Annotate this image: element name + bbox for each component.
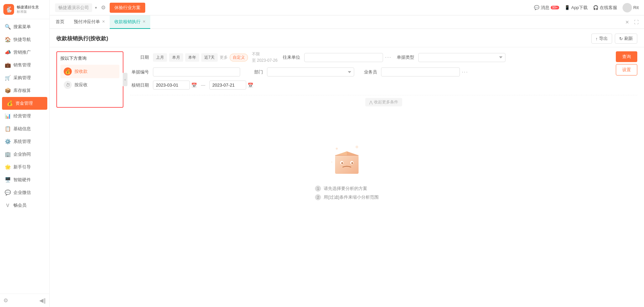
main-area: 畅捷通演示公司 ▾ ⚙ 休验行业方案 💬 消息 99+ 📱 App下载 🎧 在线… <box>50 0 644 307</box>
verify-date-to-input[interactable] <box>209 81 246 90</box>
tab-receivable[interactable]: 收款核销执行 ✕ <box>110 15 150 29</box>
page-actions: ↑ 导出 ↻ 刷新 <box>591 34 638 44</box>
svg-point-9 <box>356 146 358 148</box>
svg-point-7 <box>352 162 353 164</box>
dept-select[interactable] <box>267 67 354 76</box>
receipt-option-label: 按收款 <box>74 68 88 74</box>
date-custom-badge[interactable]: 自定义 <box>230 54 248 61</box>
date-btn-this-year[interactable]: 本年 <box>185 53 199 62</box>
svg-marker-2 <box>347 151 359 155</box>
date-btn-this-month[interactable]: 本月 <box>169 53 183 62</box>
doc-type-label: 单据类型 <box>395 54 414 60</box>
sidebar-item-purchase[interactable]: 🛒 采购管理 <box>0 71 49 84</box>
sidebar-item-corp[interactable]: 🏢 企业协同 <box>0 148 49 161</box>
sidebar-item-basic[interactable]: 📋 基础信息 <box>0 122 49 135</box>
filter-settings-btn[interactable]: 设置 <box>616 64 637 75</box>
tab-home[interactable]: 首页 <box>51 15 69 29</box>
date-label: 日期 <box>130 54 149 60</box>
doc-no-input[interactable] <box>153 67 240 76</box>
tab-prepayment-label: 预付冲应付单 <box>74 19 100 25</box>
company-name[interactable]: 畅捷通演示公司 <box>55 3 92 12</box>
tabbar-actions: ✕ ⛶ <box>624 18 643 26</box>
collapse-chevron-icon: ⋀ <box>369 100 373 105</box>
sidebar-item-guide[interactable]: 🌟 新手引导 <box>0 161 49 173</box>
verify-date-separator: — <box>201 83 205 88</box>
tab-receivable-label: 收款核销执行 <box>114 19 141 25</box>
tabbar: 首页 预付冲应付单 ✕ 收款核销执行 ✕ ✕ ⛶ <box>50 15 644 29</box>
counterpart-input[interactable] <box>304 53 383 62</box>
sidebar-item-wechat[interactable]: 💬 企业微信 <box>0 186 49 199</box>
date-limit-group: 不限 至 2023-07-26 <box>252 51 278 63</box>
company-dropdown-icon[interactable]: ▾ <box>95 5 97 10</box>
date-btn-last-month[interactable]: 上月 <box>153 53 167 62</box>
receivable-option-label: 按应收 <box>74 82 88 88</box>
guide-icon: 🌟 <box>5 164 11 170</box>
sidebar-label-purchase: 采购管理 <box>13 75 31 81</box>
settings-icon[interactable]: ⚙ <box>3 297 8 304</box>
search-icon: 🔍 <box>5 24 11 30</box>
counterpart-dots-icon[interactable]: ··· <box>385 54 391 60</box>
corp-icon: 🏢 <box>5 151 11 157</box>
verify-date-from-input[interactable] <box>153 81 190 90</box>
support-action[interactable]: 🎧 在线客服 <box>593 5 617 11</box>
refresh-icon: ↻ <box>619 36 623 41</box>
collapse-more-btn[interactable]: ⋀ 收起更多条件 <box>365 98 402 106</box>
sidebar-item-hardware[interactable]: 🖥️ 智能硬件 <box>0 173 49 186</box>
doc-no-input-group <box>153 67 240 76</box>
sidebar-label-sales: 销售管理 <box>13 62 31 68</box>
export-btn[interactable]: ↑ 导出 <box>591 34 612 44</box>
svg-rect-0 <box>335 155 359 174</box>
svg-point-8 <box>336 148 338 150</box>
date-btn-more[interactable]: 更多 <box>220 55 228 60</box>
sidebar-item-finance[interactable]: 💰 资金管理 <box>2 97 47 110</box>
sidebar-item-search[interactable]: 🔍 搜索菜单 <box>0 20 49 33</box>
query-btn[interactable]: 查询 <box>616 51 637 62</box>
verify-date-to-group: 📅 <box>209 81 253 90</box>
staff-input[interactable] <box>381 67 460 76</box>
sidebar-item-quicknav[interactable]: 🏠 快捷导航 <box>0 33 49 46</box>
tab-prepayment[interactable]: 预付冲应付单 ✕ <box>69 15 110 29</box>
app-action[interactable]: 📱 App下载 <box>565 5 588 11</box>
tab-prepayment-close-icon[interactable]: ✕ <box>102 19 105 24</box>
collapse-more-area: ⋀ 收起更多条件 <box>130 95 637 108</box>
tab-close-all-icon[interactable]: ✕ <box>624 18 631 26</box>
topbar-gear-icon[interactable]: ⚙ <box>100 3 107 12</box>
export-icon: ↑ <box>596 36 598 41</box>
refresh-btn[interactable]: ↻ 刷新 <box>615 34 637 44</box>
verify-date-from-group: 📅 <box>153 81 197 90</box>
verify-date-to-cal-icon[interactable]: 📅 <box>248 83 253 88</box>
tip-text-1: 请先选择要分析的方案 <box>324 186 367 192</box>
sidebar-item-sales[interactable]: 💼 销售管理 <box>0 59 49 71</box>
date-btn-7days[interactable]: 近7天 <box>201 53 218 62</box>
tab-expand-icon[interactable]: ⛶ <box>633 18 640 26</box>
verify-date-from-cal-icon[interactable]: 📅 <box>191 83 197 88</box>
management-icon: 📊 <box>5 113 11 119</box>
sidebar-item-member[interactable]: V 畅会员 <box>0 199 49 212</box>
sidebar-label-basic: 基础信息 <box>13 126 31 132</box>
tab-receivable-close-icon[interactable]: ✕ <box>143 19 146 24</box>
sidebar-item-marketing[interactable]: 📣 营销推广 <box>0 46 49 59</box>
sidebar-collapse-btn[interactable]: ◀‖ <box>39 297 46 304</box>
empty-tip-2: 2 用[过滤]条件来缩小分析范围 <box>315 194 378 200</box>
sidebar-item-management[interactable]: 📊 经营管理 <box>0 110 49 122</box>
filter-option-receivable[interactable]: ⏱ 按应收 <box>60 78 119 92</box>
messages-action[interactable]: 💬 消息 99+ <box>534 5 559 11</box>
sidebar-label-inventory: 库存核算 <box>13 88 31 94</box>
hardware-icon: 🖥️ <box>5 177 11 183</box>
user-action[interactable]: Rit <box>623 3 639 12</box>
logo-text-group: 畅捷通好生意 标准版 <box>17 5 39 14</box>
filter-layout: 按以下方查询 💰 按收款 ⏱ 按应收 « <box>56 51 637 108</box>
sidebar-item-system[interactable]: ⚙️ 系统管理 <box>0 135 49 148</box>
doc-type-select[interactable] <box>418 53 505 62</box>
staff-dots-icon[interactable]: ··· <box>462 69 468 75</box>
sidebar-label-guide: 新手引导 <box>13 164 31 170</box>
filter-left-title: 按以下方查询 <box>60 55 119 61</box>
sidebar-item-inventory[interactable]: 📦 库存核算 <box>0 84 49 97</box>
left-panel-collapse-arrow[interactable]: « <box>123 73 127 86</box>
industry-btn[interactable]: 休验行业方案 <box>110 3 145 13</box>
marketing-icon: 📣 <box>5 49 11 55</box>
filter-option-receipt[interactable]: 💰 按收款 <box>60 65 119 78</box>
topbar-left: 畅捷通演示公司 ▾ ⚙ 休验行业方案 <box>55 3 145 13</box>
empty-state: 1 请先选择要分析的方案 2 用[过滤]条件来缩小分析范围 <box>50 112 644 227</box>
sidebar-label-search: 搜索菜单 <box>13 24 31 30</box>
